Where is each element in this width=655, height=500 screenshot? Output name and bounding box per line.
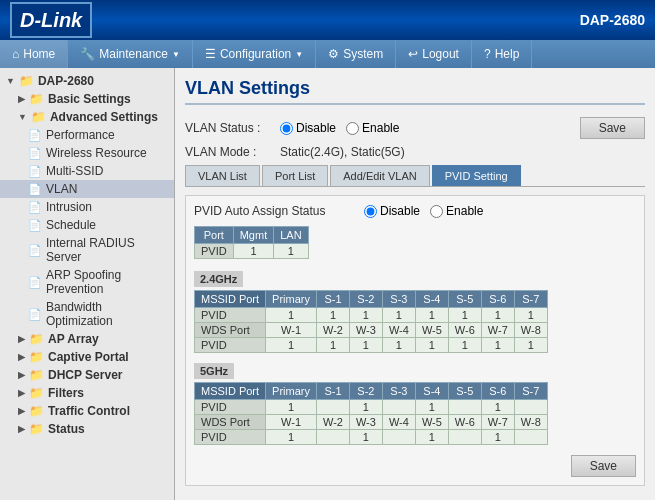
tab-add-edit-vlan[interactable]: Add/Edit VLAN (330, 165, 429, 186)
save-button-bottom[interactable]: Save (571, 455, 636, 477)
nav-config-label: Configuration (220, 47, 291, 61)
mssid-5-pvid-1 (316, 400, 349, 415)
sidebar-item-dhcp[interactable]: ▶ 📁 DHCP Server (0, 366, 174, 384)
band-5ghz-label: 5GHz (194, 363, 234, 379)
vlan-status-label: VLAN Status : (185, 121, 280, 135)
sidebar-item-radius[interactable]: 📄 Internal RADIUS Server (0, 234, 174, 266)
lan-col-header: LAN (274, 227, 308, 244)
sidebar-label-multissid: Multi-SSID (46, 164, 103, 178)
sidebar-item-arp[interactable]: 📄 ARP Spoofing Prevention (0, 266, 174, 298)
config-icon: ☰ (205, 47, 216, 61)
s5-header-24: S-5 (448, 291, 481, 308)
save-button-top[interactable]: Save (580, 117, 645, 139)
nav-configuration[interactable]: ☰ Configuration ▼ (193, 40, 316, 68)
vlan-mode-row: VLAN Mode : Static(2.4G), Static(5G) (185, 145, 645, 159)
vlan-status-enable-option[interactable]: Enable (346, 121, 399, 135)
pvid-disable-option[interactable]: Disable (364, 204, 420, 218)
wds-24-port-3: W-4 (382, 323, 415, 338)
maintenance-arrow: ▼ (172, 50, 180, 59)
mssid-24-pvid-0: 1 (266, 308, 317, 323)
sidebar-item-filters[interactable]: ▶ 📁 Filters (0, 384, 174, 402)
enable-label: Enable (362, 121, 399, 135)
wds-5-pvid-3 (382, 430, 415, 445)
nav-maintenance[interactable]: 🔧 Maintenance ▼ (68, 40, 193, 68)
sidebar-item-performance[interactable]: 📄 Performance (0, 126, 174, 144)
mssid-5-pvid-2: 1 (349, 400, 382, 415)
s2-header-24: S-2 (349, 291, 382, 308)
nav-system[interactable]: ⚙ System (316, 40, 396, 68)
nav-logout[interactable]: ↩ Logout (396, 40, 472, 68)
vlan-status-disable-radio[interactable] (280, 122, 293, 135)
wds-pvid-row-5: PVID 1 1 1 1 (195, 430, 548, 445)
sidebar-item-captive[interactable]: ▶ 📁 Captive Portal (0, 348, 174, 366)
nav-help[interactable]: ? Help (472, 40, 532, 68)
sidebar-item-schedule[interactable]: 📄 Schedule (0, 216, 174, 234)
sidebar-item-dap2680[interactable]: ▼ 📁 DAP-2680 (0, 72, 174, 90)
mssid-24-pvid-4: 1 (415, 308, 448, 323)
bottom-save-row: Save (194, 455, 636, 477)
sidebar-item-status[interactable]: ▶ 📁 Status (0, 420, 174, 438)
help-icon: ? (484, 47, 491, 61)
vlan-status-disable-option[interactable]: Disable (280, 121, 336, 135)
folder-icon-advanced: 📁 (31, 110, 46, 124)
folder-icon-traffic: 📁 (29, 404, 44, 418)
pvid-auto-radios: Disable Enable (364, 204, 483, 218)
sidebar-item-multissid[interactable]: 📄 Multi-SSID (0, 162, 174, 180)
port-mgmt-lan-table: Port Mgmt LAN PVID 1 1 (194, 226, 309, 259)
home-icon: ⌂ (12, 47, 19, 61)
config-arrow: ▼ (295, 50, 303, 59)
expand-icon-aparray: ▶ (18, 334, 25, 344)
mssid-24-table: MSSID Port Primary S-1 S-2 S-3 S-4 S-5 S… (194, 290, 548, 353)
expand-icon-status: ▶ (18, 424, 25, 434)
pvid-enable-option[interactable]: Enable (430, 204, 483, 218)
sidebar-item-intrusion[interactable]: 📄 Intrusion (0, 198, 174, 216)
wds-24-pvid-4: 1 (415, 338, 448, 353)
tab-bar: VLAN List Port List Add/Edit VLAN PVID S… (185, 165, 645, 187)
sidebar-label-bandwidth: Bandwidth Optimization (46, 300, 166, 328)
disable-label: Disable (296, 121, 336, 135)
pvid-enable-radio[interactable] (430, 205, 443, 218)
sidebar-label-basic: Basic Settings (48, 92, 131, 106)
sidebar-item-vlan[interactable]: 📄 VLAN (0, 180, 174, 198)
s5-header-5: S-5 (448, 383, 481, 400)
vlan-status-radios: Disable Enable (280, 121, 399, 135)
wds-24-pvid-7: 1 (514, 338, 547, 353)
sidebar-item-traffic[interactable]: ▶ 📁 Traffic Control (0, 402, 174, 420)
band-24ghz-label: 2.4GHz (194, 271, 243, 287)
pvid-auto-assign-label: PVID Auto Assign Status (194, 204, 364, 218)
wds-5-port-4: W-5 (415, 415, 448, 430)
sidebar-item-basic[interactable]: ▶ 📁 Basic Settings (0, 90, 174, 108)
tab-vlan-list[interactable]: VLAN List (185, 165, 260, 186)
pvid-section: PVID Auto Assign Status Disable Enable (185, 195, 645, 486)
page-icon-schedule: 📄 (28, 219, 42, 232)
pvid-disable-radio[interactable] (364, 205, 377, 218)
nav-help-label: Help (495, 47, 520, 61)
sidebar-label-vlan: VLAN (46, 182, 77, 196)
sidebar-label-arp: ARP Spoofing Prevention (46, 268, 166, 296)
wds-port-label-24: WDS Port (195, 323, 266, 338)
pvid-disable-label: Disable (380, 204, 420, 218)
s1-header-24: S-1 (316, 291, 349, 308)
vlan-status-enable-radio[interactable] (346, 122, 359, 135)
expand-icon: ▼ (6, 76, 15, 86)
tab-port-list[interactable]: Port List (262, 165, 328, 186)
wds-5-pvid-0: 1 (266, 430, 317, 445)
page-icon-intrusion: 📄 (28, 201, 42, 214)
sidebar-item-aparray[interactable]: ▶ 📁 AP Array (0, 330, 174, 348)
navbar: ⌂ Home 🔧 Maintenance ▼ ☰ Configuration ▼… (0, 40, 655, 68)
sidebar-item-bandwidth[interactable]: 📄 Bandwidth Optimization (0, 298, 174, 330)
sidebar-item-advanced[interactable]: ▼ 📁 Advanced Settings (0, 108, 174, 126)
expand-icon-filters: ▶ (18, 388, 25, 398)
wds-5-port-6: W-7 (481, 415, 514, 430)
expand-icon-basic: ▶ (18, 94, 25, 104)
vlan-mode-label: VLAN Mode : (185, 145, 280, 159)
s3-header-5: S-3 (382, 383, 415, 400)
wds-pvid-row-24: PVID 1 1 1 1 1 1 1 1 (195, 338, 548, 353)
tab-pvid-setting[interactable]: PVID Setting (432, 165, 521, 186)
sidebar-item-wireless[interactable]: 📄 Wireless Resource (0, 144, 174, 162)
wds-5-port-5: W-6 (448, 415, 481, 430)
wds-5-port-2: W-3 (349, 415, 382, 430)
pvid-row-label-port: PVID (195, 244, 234, 259)
nav-home[interactable]: ⌂ Home (0, 40, 68, 68)
wds-5-pvid-5 (448, 430, 481, 445)
